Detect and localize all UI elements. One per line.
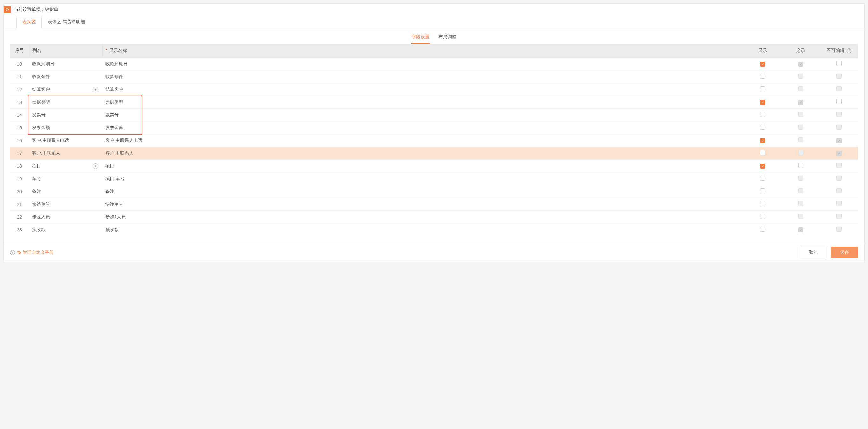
table-row: 12结算客户+结算客户 [10,83,858,96]
th-col-name: 列名 [29,44,102,58]
checkbox-readonly [836,214,842,219]
cell-seq: 16 [10,134,29,147]
th-show: 显示 [744,44,782,58]
checkbox-show[interactable] [760,112,765,117]
checkbox-show[interactable] [760,100,765,105]
add-sub-button[interactable]: + [93,163,98,169]
question-icon[interactable]: ? [10,250,15,255]
tab-header-area[interactable]: 表头区 [16,16,42,28]
checkbox-readonly [836,125,842,130]
checkbox-required[interactable] [798,163,803,168]
field-table: 序号 列名 * 显示名称 显示 必录 不可编辑 ? 10 [10,44,858,236]
checkbox-readonly [836,138,842,143]
checkbox-show[interactable] [760,227,765,232]
checkbox-show[interactable] [760,150,765,155]
required-star-icon: * [106,48,107,53]
cell-required [782,147,820,160]
cell-required [782,58,820,70]
table-row: 23预收款预收款 [10,223,858,236]
cell-show [744,121,782,134]
checkbox-show[interactable] [760,138,765,143]
th-display-name: * 显示名称 [102,44,744,58]
cell-readonly [820,96,858,109]
cell-display-name[interactable]: 快递单号 [102,198,744,211]
cell-seq: 14 [10,109,29,121]
checkbox-show[interactable] [760,74,765,79]
checkbox-show[interactable] [760,61,765,67]
checkbox-show[interactable] [760,86,765,91]
cell-show [744,185,782,198]
checkbox-show[interactable] [760,176,765,181]
header-title-value: 销货单 [45,7,58,12]
cell-display-name[interactable]: 项目 [102,160,744,172]
check-icon [799,62,802,66]
table-row: 18项目+项目 [10,160,858,172]
checkbox-readonly [836,112,842,117]
cell-seq: 12 [10,83,29,96]
cell-display-name[interactable]: 收款条件 [102,70,744,83]
cell-display-name[interactable]: 发票号 [102,109,744,121]
table-wrap: 序号 列名 * 显示名称 显示 必录 不可编辑 ? 10 [3,44,865,242]
cell-readonly [820,160,858,172]
table-row: 20备注备注 [10,185,858,198]
footer-left: ? 管理自定义字段 [10,250,54,255]
cell-col-name: 项目+ [29,160,102,172]
tab-body-area[interactable]: 表体区-销货单明细 [42,16,91,28]
checkbox-show[interactable] [760,164,765,169]
cell-readonly [820,134,858,147]
save-button[interactable]: 保存 [831,247,858,258]
cell-display-name[interactable]: 备注 [102,185,744,198]
expand-toggle[interactable] [3,6,10,13]
checkbox-required [798,150,803,155]
checkbox-required [798,189,803,194]
cell-display-name[interactable]: 收款到期日 [102,58,744,70]
cell-show [744,160,782,172]
manage-custom-fields-link[interactable]: 管理自定义字段 [17,250,54,255]
cell-readonly [820,121,858,134]
tab-layout-adjust[interactable]: 布局调整 [438,32,457,44]
cell-col-name: 票据类型 [29,96,102,109]
cell-seq: 22 [10,211,29,223]
cell-display-name[interactable]: 发票金额 [102,121,744,134]
checkbox-readonly [836,189,842,194]
table-row: 17客户.主联系人客户.主联系人 [10,147,858,160]
cell-show [744,198,782,211]
add-sub-button[interactable]: + [93,87,98,92]
cancel-button[interactable]: 取消 [800,247,827,258]
cell-show [744,58,782,70]
th-readonly: 不可编辑 ? [820,44,858,58]
cell-col-name: 客户.主联系人电话 [29,134,102,147]
cell-display-name[interactable]: 结算客户 [102,83,744,96]
help-icon[interactable]: ? [847,49,851,53]
checkbox-show[interactable] [760,201,765,206]
cell-readonly [820,185,858,198]
check-icon [799,228,802,231]
cell-required [782,198,820,211]
chevron-double-right-icon [5,7,9,12]
cell-display-name[interactable]: 项目.车号 [102,172,744,185]
cell-display-name[interactable]: 票据类型 [102,96,744,109]
cell-display-name[interactable]: 步骤1人员 [102,211,744,223]
footer-bar: ? 管理自定义字段 取消 保存 [3,242,865,262]
cell-readonly [820,109,858,121]
cell-readonly [820,223,858,236]
checkbox-required [798,86,803,91]
checkbox-readonly[interactable] [836,99,842,104]
checkbox-show[interactable] [760,214,765,219]
checkbox-readonly[interactable] [836,61,842,66]
cell-display-name[interactable]: 客户.主联系人电话 [102,134,744,147]
cell-display-name[interactable]: 预收款 [102,223,744,236]
check-icon [761,139,764,142]
cell-show [744,147,782,160]
th-required: 必录 [782,44,820,58]
cell-display-name[interactable]: 客户.主联系人 [102,147,744,160]
cell-seq: 18 [10,160,29,172]
checkbox-show[interactable] [760,189,765,194]
tab-field-settings[interactable]: 字段设置 [411,32,430,44]
checkbox-required [798,137,803,142]
cell-seq: 10 [10,58,29,70]
cell-required [782,223,820,236]
checkbox-required [798,214,803,219]
checkbox-show[interactable] [760,125,765,130]
checkbox-required [798,227,803,232]
